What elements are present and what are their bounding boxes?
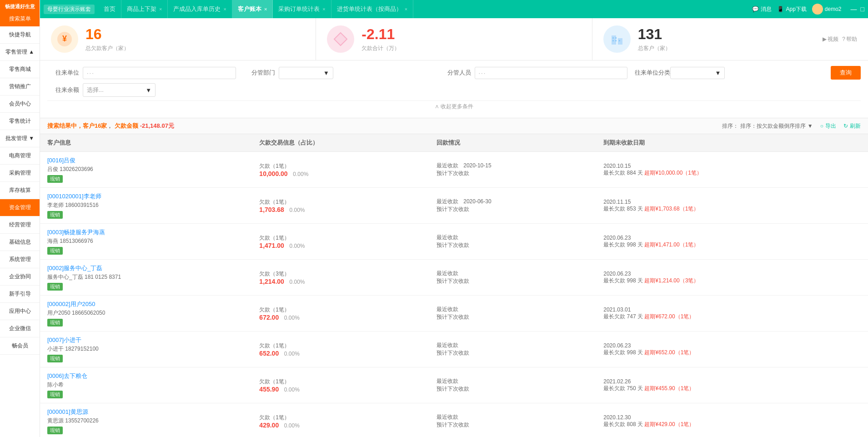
app-download-action[interactable]: 📱 App下载 bbox=[777, 5, 806, 13]
overdue-days: 最长欠款 750 天 bbox=[603, 385, 644, 392]
collapse-btn[interactable]: ∧ 收起更多条件 bbox=[47, 100, 861, 112]
due-date-cell: 2020.06.23 最长欠款 998 天 超期¥1,471.00（1笔） bbox=[596, 224, 868, 260]
tab-product-status[interactable]: 商品上下架 × bbox=[121, 0, 168, 18]
avatar bbox=[812, 4, 823, 15]
sidebar-search[interactable]: 搜索菜单 bbox=[0, 13, 40, 26]
next-payment: 预计下次收款 bbox=[437, 421, 589, 429]
debt-row: 1,214.00 0.00% bbox=[259, 278, 421, 285]
overdue-amount-link[interactable]: 超期¥1,214.00（3笔） bbox=[644, 277, 699, 284]
overdue-row: 最长欠款 808 天 超期¥429.00（1笔） bbox=[603, 421, 861, 428]
customer-id[interactable]: [0006]去下粮仓 bbox=[47, 372, 245, 380]
debt-count: 欠款（3笔） bbox=[259, 270, 421, 278]
tab-close-icon[interactable]: × bbox=[159, 6, 162, 12]
overdue-amount-link[interactable]: 超期¥455.90（1笔） bbox=[644, 385, 694, 392]
overdue-amount-link[interactable]: 超期¥652.00（1笔） bbox=[644, 349, 694, 356]
last-payment: 最近收款 2020-06-30 bbox=[437, 198, 589, 206]
maximize-icon[interactable]: □ bbox=[861, 5, 864, 13]
export-button[interactable]: ○ 导出 bbox=[820, 122, 836, 130]
repayment-cell: 最近收款 预计下次收款 bbox=[429, 332, 597, 367]
sidebar-item-wholesale[interactable]: 批发管理 ▼ bbox=[0, 130, 40, 147]
help-action[interactable]: ? 帮助 bbox=[842, 35, 857, 43]
sidebar-item-corp-collab[interactable]: 企业协同 bbox=[0, 268, 40, 286]
customer-id[interactable]: [000001]黄思源 bbox=[47, 408, 245, 416]
sidebar-item-operations[interactable]: 经营管理 bbox=[0, 216, 40, 234]
dept-select[interactable]: ▼ bbox=[279, 67, 333, 79]
customer-id[interactable]: [0001020001]李老师 bbox=[47, 192, 245, 201]
tab-close-icon[interactable]: × bbox=[223, 6, 226, 12]
sidebar-item-inventory[interactable]: 库存核算 bbox=[0, 182, 40, 199]
th-debt-info: 欠款交易信息（占比） bbox=[252, 134, 429, 152]
customer-contact: 李老师 18600391516 bbox=[47, 201, 245, 209]
svg-rect-6 bbox=[612, 37, 614, 39]
sidebar-item-system[interactable]: 系统管理 bbox=[0, 251, 40, 268]
message-action[interactable]: 💬 消息 bbox=[752, 5, 772, 13]
table-row: [0006]去下粮仓 陈小希 现销 欠款（1笔） 455.90 0.00% 最近… bbox=[40, 367, 868, 403]
last-payment: 最近收款 bbox=[437, 306, 589, 313]
filter-source-unit: 往来单位 ··· bbox=[47, 67, 236, 79]
tab-close-icon[interactable]: × bbox=[264, 6, 267, 12]
unit-category-select[interactable]: ▼ bbox=[670, 67, 725, 79]
tab-purchase-stats[interactable]: 采购订单统计表 × bbox=[273, 0, 331, 18]
sidebar-item-retail-mgmt[interactable]: 零售管理 ▲ bbox=[0, 44, 40, 61]
video-action[interactable]: ▶ 视频 bbox=[823, 35, 838, 43]
tab-label: 进货单统计表（按商品） bbox=[337, 5, 402, 13]
sidebar-item-label: 畅会员 bbox=[12, 342, 28, 349]
overdue-amount-link[interactable]: 超期¥672.00（1笔） bbox=[644, 313, 694, 320]
customer-info-cell: [0002]服务中心_丁磊 服务中心_丁磊 181 0125 8371 现销 bbox=[40, 260, 252, 296]
sidebar-item-ecommerce[interactable]: 电商管理 bbox=[0, 147, 40, 165]
sidebar-item-wechat[interactable]: 企业微信 bbox=[0, 320, 40, 337]
search-button[interactable]: 查询 bbox=[831, 66, 861, 80]
sidebar-item-retail-mall[interactable]: 零售商城 bbox=[0, 61, 40, 78]
customer-id[interactable]: [0003]畅捷服务尹海蒸 bbox=[47, 228, 245, 236]
sidebar-item-member[interactable]: 会员中心 bbox=[0, 95, 40, 113]
sort-selector[interactable]: 排序： 排序：按欠款金额倒序排序 ▼ bbox=[722, 122, 813, 130]
last-payment-label: 最近收款 bbox=[437, 342, 458, 348]
debt-amount: 672.00 bbox=[259, 314, 279, 321]
chevron-down-icon: ▼ bbox=[808, 123, 813, 129]
refresh-button[interactable]: ↻ 刷新 bbox=[843, 122, 861, 130]
table-container: 客户信息 欠款交易信息（占比） 回款情况 到期未收款日期 [0016]吕俊 吕俊… bbox=[40, 134, 868, 437]
filter-row-1: 往来单位 ··· 分管部门 ▼ 分管人员 ··· bbox=[47, 66, 861, 80]
sidebar-item-app-center[interactable]: 应用中心 bbox=[0, 303, 40, 320]
sidebar-item-basic-info[interactable]: 基础信息 bbox=[0, 234, 40, 251]
building-icon bbox=[603, 25, 631, 53]
minimize-icon[interactable]: — bbox=[851, 5, 857, 13]
customer-id[interactable]: [0016]吕俊 bbox=[47, 156, 245, 165]
customer-id[interactable]: [0002]服务中心_丁磊 bbox=[47, 264, 245, 272]
svg-rect-10 bbox=[619, 40, 620, 41]
tab-goods-stats[interactable]: 进货单统计表（按商品） × bbox=[331, 0, 413, 18]
source-unit-input[interactable]: ··· bbox=[83, 67, 236, 79]
overdue-days: 最长欠款 808 天 bbox=[603, 421, 644, 427]
customer-info-cell: [0003]畅捷服务尹海蒸 海燕 18513066976 现销 bbox=[40, 224, 252, 260]
balance-select[interactable]: 选择... ▼ bbox=[83, 83, 156, 97]
last-payment: 最近收款 bbox=[437, 270, 589, 277]
debt-count: 欠款（1笔） bbox=[259, 198, 421, 206]
chevron-down-icon: ▼ bbox=[29, 135, 34, 141]
tab-home[interactable]: 首页 bbox=[98, 0, 121, 18]
tab-customer-account[interactable]: 客户账本 × bbox=[232, 0, 273, 18]
tab-product-history[interactable]: 产成品入库单历史 × bbox=[168, 0, 232, 18]
tab-close-icon[interactable]: × bbox=[322, 6, 325, 12]
sidebar-item-finance[interactable]: 资金管理 bbox=[0, 199, 40, 216]
user-action[interactable]: demo2 bbox=[812, 4, 842, 15]
sidebar-item-marketing[interactable]: 营销推广 bbox=[0, 78, 40, 95]
overdue-amount-link[interactable]: 超期¥1,703.68（1笔） bbox=[644, 206, 699, 212]
sidebar-item-retail-stats[interactable]: 零售统计 bbox=[0, 113, 40, 130]
tab-close-icon[interactable]: × bbox=[405, 6, 407, 12]
last-payment-label: 最近收款 bbox=[437, 162, 458, 169]
manager-input[interactable]: ··· bbox=[475, 67, 628, 79]
overdue-amount-link[interactable]: 超期¥429.00（1笔） bbox=[644, 421, 694, 427]
svg-rect-8 bbox=[612, 40, 614, 41]
customer-tag: 现销 bbox=[47, 283, 63, 291]
overdue-amount-link[interactable]: 超期¥1,471.00（1笔） bbox=[644, 241, 699, 248]
sidebar-item-member-pro[interactable]: 畅会员 bbox=[0, 337, 40, 355]
sidebar-item-purchase[interactable]: 采购管理 bbox=[0, 165, 40, 182]
customer-id[interactable]: [0007]小进干 bbox=[47, 336, 245, 344]
sidebar-item-quick-nav[interactable]: 快捷导航 bbox=[0, 26, 40, 44]
user-label: demo2 bbox=[825, 6, 842, 12]
overdue-amount-link[interactable]: 超期¥10,000.00（1笔） bbox=[644, 170, 702, 176]
sidebar-item-guide[interactable]: 新手引导 bbox=[0, 286, 40, 303]
chevron-down-icon: ▼ bbox=[323, 70, 329, 76]
debt-info-cell: 欠款（1笔） 1,703.68 0.00% bbox=[252, 188, 429, 224]
customer-id[interactable]: [000002]用户2050 bbox=[47, 300, 245, 308]
